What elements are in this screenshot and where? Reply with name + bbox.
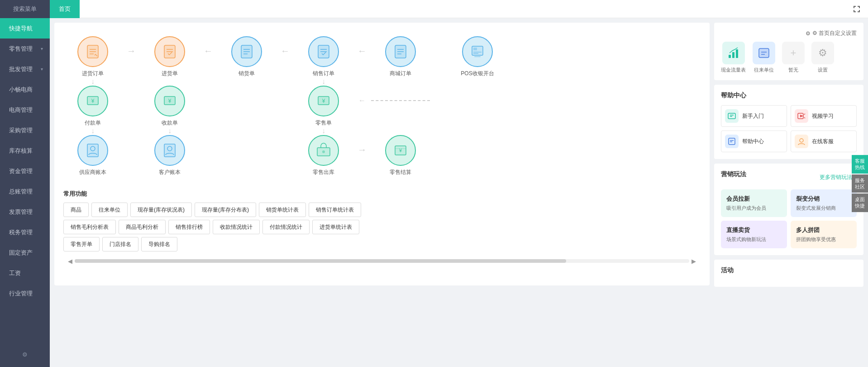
dashed-line-pos: [371, 100, 430, 101]
flow-diagram: 进货订单 →: [63, 32, 701, 181]
func-btn-product-margin[interactable]: 商品毛利分析: [119, 220, 166, 234]
sidebar-item-finance-mgmt[interactable]: 资金管理: [0, 161, 50, 181]
sidebar-item-fixed-assets[interactable]: 固定资产: [0, 242, 50, 263]
scroll-thumb[interactable]: [75, 259, 566, 263]
sidebar-item-xiaochang-ecom[interactable]: 小畅电商: [0, 79, 50, 100]
activities-title: 活动: [721, 266, 857, 275]
node-retail-settlement[interactable]: ¥ 零售结算: [371, 135, 430, 176]
activities-section: 活动: [714, 260, 863, 287]
gear-icon: ⚙: [22, 351, 28, 358]
node-mall-order[interactable]: 商城订单: [371, 36, 430, 77]
svg-line-60: [804, 114, 805, 115]
func-btn-product[interactable]: 商品: [63, 203, 89, 217]
func-btn-purchase-stat[interactable]: 进货单统计表: [312, 220, 359, 234]
sidebar-item-ecom-mgmt[interactable]: 电商管理: [0, 100, 50, 120]
svg-rect-51: [732, 52, 734, 58]
func-btn-contacts[interactable]: 往来单位: [91, 203, 128, 217]
sidebar-item-ledger-mgmt[interactable]: 总账管理: [0, 181, 50, 202]
sidebar-item-purchase-mgmt[interactable]: 采购管理: [0, 120, 50, 140]
func-buttons-row3: 零售开单 门店排名 导购排名: [63, 237, 701, 251]
func-btn-sales-order-stat[interactable]: 销售订单统计表: [309, 203, 361, 217]
right-panel: ⚙ ⚙ 首页自定义设置: [714, 18, 868, 367]
marketing-item-fission[interactable]: 裂变分销 裂变式发展分销商: [791, 189, 857, 217]
v-arrow-sales-order: ↓: [294, 77, 353, 86]
func-btn-sales-margin[interactable]: 销售毛利分析表: [63, 220, 116, 234]
sidebar-item-other-mgmt[interactable]: 行业管理: [0, 283, 50, 304]
sidebar-item-quick-nav[interactable]: 快捷导航: [0, 18, 50, 39]
node-receipt[interactable]: ¥ 收款单: [140, 86, 199, 127]
func-btn-sales-ranking[interactable]: 销售排行榜: [168, 220, 210, 234]
marketing-item-group[interactable]: 多人拼团 拼团购物享受优惠: [791, 221, 857, 248]
svg-rect-23: [472, 46, 483, 55]
marketing-item-live[interactable]: 直播卖货 场景式购物新玩法: [721, 221, 787, 248]
func-btn-guide-ranking[interactable]: 导购排名: [141, 237, 177, 251]
node-retail-order[interactable]: ¥ 零售单: [294, 86, 353, 127]
help-item-online-support[interactable]: 在线客服: [791, 130, 857, 152]
func-btn-payment-stat[interactable]: 付款情况统计: [262, 220, 310, 234]
v-arrow-purchase-order: ↓: [63, 77, 122, 86]
sidebar-settings-icon[interactable]: ⚙: [0, 345, 50, 363]
more-marketing-link[interactable]: 更多营销玩法 >: [820, 174, 857, 181]
help-grid: 新手入门 视频学习: [721, 105, 857, 152]
float-buttons: 客服 热线 服务 社区 桌面 快捷: [852, 155, 868, 212]
common-functions-title: 常用功能: [63, 190, 701, 198]
v-arrow-payment: ↓: [63, 127, 122, 135]
quick-icons-row: 现金流量表 往来单位: [721, 42, 857, 73]
scroll-left-button[interactable]: ◀: [66, 256, 75, 266]
svg-rect-50: [729, 55, 731, 58]
node-purchase-bill[interactable]: 进货单: [140, 36, 199, 77]
chevron-down-icon: ▾: [41, 46, 43, 51]
float-btn-desktop[interactable]: 桌面 快捷: [852, 193, 868, 212]
sidebar-item-invoice-mgmt[interactable]: 发票管理: [0, 202, 50, 222]
node-sales-bill[interactable]: 销货单: [217, 36, 276, 77]
search-menu-button[interactable]: 搜索菜单: [0, 0, 50, 18]
func-btn-retail-order[interactable]: 零售开单: [63, 237, 100, 251]
scroll-track[interactable]: [75, 259, 689, 263]
func-btn-store-ranking[interactable]: 门店排名: [102, 237, 138, 251]
svg-rect-25: [473, 48, 477, 50]
sidebar-item-tax-mgmt[interactable]: 税务管理: [0, 222, 50, 242]
help-item-video[interactable]: 视频学习: [791, 105, 857, 127]
help-center-section: 帮助中心 新手入门: [714, 85, 863, 159]
func-btn-inventory-status[interactable]: 现存量(库存状况表): [130, 203, 192, 217]
node-retail-outbound[interactable]: 零售出库: [294, 135, 353, 176]
scroll-right-button[interactable]: ▶: [689, 256, 698, 266]
help-item-help[interactable]: 帮助中心: [721, 130, 787, 152]
svg-rect-57: [728, 113, 735, 119]
node-pos[interactable]: POS收银开台: [448, 36, 507, 77]
svg-text:¥: ¥: [91, 98, 95, 104]
sidebar-item-retail-mgmt[interactable]: 零售管理 ▾: [0, 39, 50, 59]
float-btn-customer-service[interactable]: 客服 热线: [852, 155, 868, 174]
sidebar-item-payroll[interactable]: 工资: [0, 263, 50, 283]
func-btn-sales-stat[interactable]: 销货单统计表: [259, 203, 306, 217]
node-customer-account[interactable]: 客户账本: [140, 135, 199, 176]
func-btn-receipt-stat[interactable]: 收款情况统计: [213, 220, 260, 234]
node-sales-order[interactable]: 销售订单: [294, 36, 353, 77]
node-purchase-order[interactable]: 进货订单: [63, 36, 122, 77]
chevron-down-icon: ▾: [41, 67, 43, 72]
sidebar: 快捷导航 零售管理 ▾ 批发管理 ▾ 小畅电商 电商管理 采购管理 库存核算 资…: [0, 18, 50, 367]
help-center-title: 帮助中心: [721, 92, 857, 100]
help-item-beginner[interactable]: 新手入门: [721, 105, 787, 127]
func-btn-inventory-dist[interactable]: 现存量(库存分布表): [195, 203, 256, 217]
quick-icon-settings[interactable]: ⚙ 设置: [811, 42, 834, 73]
arrow-left-retail: ←: [353, 97, 371, 116]
svg-rect-52: [736, 49, 738, 58]
sidebar-item-inventory[interactable]: 库存核算: [0, 140, 50, 161]
fullscreen-button[interactable]: [850, 2, 863, 16]
marketing-section: 营销玩法 更多营销玩法 > 会员拉新 吸引用户成为会员 裂变分销 裂变式发展分销…: [714, 164, 863, 255]
sidebar-item-wholesale-mgmt[interactable]: 批发管理 ▾: [0, 59, 50, 79]
marketing-header: 营销玩法 更多营销玩法 >: [721, 170, 857, 184]
node-supplier-account[interactable]: 供应商账本: [63, 135, 122, 176]
marketing-item-member[interactable]: 会员拉新 吸引用户成为会员: [721, 189, 787, 217]
home-tab[interactable]: 首页: [50, 0, 80, 18]
quick-icon-none[interactable]: + 暂无: [782, 42, 805, 73]
quick-icon-cash-flow[interactable]: 现金流量表: [721, 42, 746, 73]
float-btn-community[interactable]: 服务 社区: [852, 174, 868, 193]
horizontal-scrollbar[interactable]: ◀ ▶: [63, 254, 701, 268]
quick-icon-contacts[interactable]: 往来单位: [753, 42, 775, 73]
svg-rect-53: [759, 48, 769, 58]
func-buttons-row2: 销售毛利分析表 商品毛利分析 销售排行榜 收款情况统计 付款情况统计 进货单统计…: [63, 220, 701, 234]
homepage-settings-link[interactable]: ⚙ ⚙ 首页自定义设置: [806, 29, 857, 37]
node-payment[interactable]: ¥ 付款单: [63, 86, 122, 127]
